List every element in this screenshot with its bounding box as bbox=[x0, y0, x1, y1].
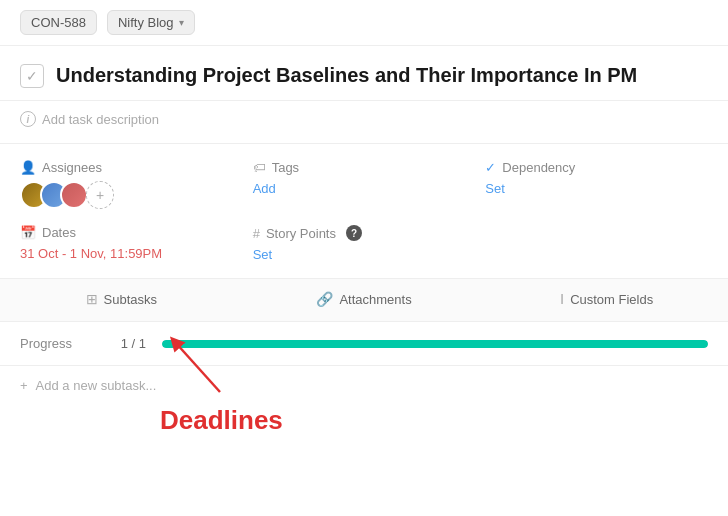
deadlines-annotation: Deadlines bbox=[160, 405, 283, 436]
task-description-section: i Add task description bbox=[0, 101, 728, 144]
avatar bbox=[60, 181, 88, 209]
fields-grid: 👤 Assignees + 🏷 Tags Add bbox=[20, 160, 708, 262]
progress-row: Progress 1 / 1 bbox=[20, 336, 708, 351]
tab-subtasks-label: Subtasks bbox=[104, 292, 157, 307]
ticket-id-badge[interactable]: CON-588 bbox=[20, 10, 97, 35]
attachment-icon: 🔗 bbox=[316, 291, 333, 307]
top-bar: CON-588 Nifty Blog ▾ bbox=[0, 0, 728, 46]
tab-attachments-label: Attachments bbox=[339, 292, 411, 307]
hash-icon: # bbox=[253, 226, 260, 241]
story-points-value[interactable]: Set bbox=[253, 247, 476, 262]
tag-icon: 🏷 bbox=[253, 160, 266, 175]
user-icon: 👤 bbox=[20, 160, 36, 175]
assignees-avatars: + bbox=[20, 181, 243, 209]
dates-field: 📅 Dates 31 Oct - 1 Nov, 11:59PM bbox=[20, 225, 243, 262]
dates-value[interactable]: 31 Oct - 1 Nov, 11:59PM bbox=[20, 246, 243, 261]
progress-fraction: 1 / 1 bbox=[116, 336, 146, 351]
check-icon: ✓ bbox=[485, 160, 496, 175]
assignees-field: 👤 Assignees + bbox=[20, 160, 243, 209]
assignees-label: 👤 Assignees bbox=[20, 160, 243, 175]
tab-custom-fields[interactable]: Ⅰ Custom Fields bbox=[485, 279, 728, 321]
tab-custom-fields-label: Custom Fields bbox=[570, 292, 653, 307]
chevron-down-icon: ▾ bbox=[179, 17, 184, 28]
tab-attachments[interactable]: 🔗 Attachments bbox=[243, 279, 486, 321]
tabs-bar: ⊞ Subtasks 🔗 Attachments Ⅰ Custom Fields bbox=[0, 279, 728, 322]
dates-label: 📅 Dates bbox=[20, 225, 243, 240]
tags-label: 🏷 Tags bbox=[253, 160, 476, 175]
description-placeholder: Add task description bbox=[42, 112, 159, 127]
dependency-value[interactable]: Set bbox=[485, 181, 708, 196]
progress-section: Progress 1 / 1 bbox=[0, 322, 728, 366]
calendar-icon: 📅 bbox=[20, 225, 36, 240]
add-subtask-row[interactable]: + Add a new subtask... bbox=[0, 366, 728, 405]
dependency-label: ✓ Dependency bbox=[485, 160, 708, 175]
story-points-label: # Story Points ? bbox=[253, 225, 476, 241]
add-description-row[interactable]: i Add task description bbox=[20, 111, 708, 127]
custom-fields-icon: Ⅰ bbox=[560, 291, 564, 307]
plus-icon: + bbox=[20, 378, 28, 393]
add-subtask-label: Add a new subtask... bbox=[36, 378, 157, 393]
tags-field: 🏷 Tags Add bbox=[253, 160, 476, 209]
help-icon: ? bbox=[346, 225, 362, 241]
info-icon: i bbox=[20, 111, 36, 127]
add-assignee-button[interactable]: + bbox=[86, 181, 114, 209]
progress-label: Progress bbox=[20, 336, 100, 351]
subtasks-icon: ⊞ bbox=[86, 291, 98, 307]
project-name: Nifty Blog bbox=[118, 15, 174, 30]
project-tag[interactable]: Nifty Blog ▾ bbox=[107, 10, 195, 35]
tab-subtasks[interactable]: ⊞ Subtasks bbox=[0, 279, 243, 321]
progress-bar-track bbox=[162, 340, 708, 348]
fields-section: 👤 Assignees + 🏷 Tags Add bbox=[0, 144, 728, 279]
check-icon: ✓ bbox=[26, 68, 38, 84]
progress-bar-fill bbox=[162, 340, 708, 348]
story-points-field: # Story Points ? Set bbox=[253, 225, 476, 262]
dependency-field: ✓ Dependency Set bbox=[485, 160, 708, 209]
tags-value[interactable]: Add bbox=[253, 181, 476, 196]
task-header: ✓ Understanding Project Baselines and Th… bbox=[0, 46, 728, 101]
task-checkbox[interactable]: ✓ bbox=[20, 64, 44, 88]
task-title: Understanding Project Baselines and Thei… bbox=[56, 62, 637, 88]
